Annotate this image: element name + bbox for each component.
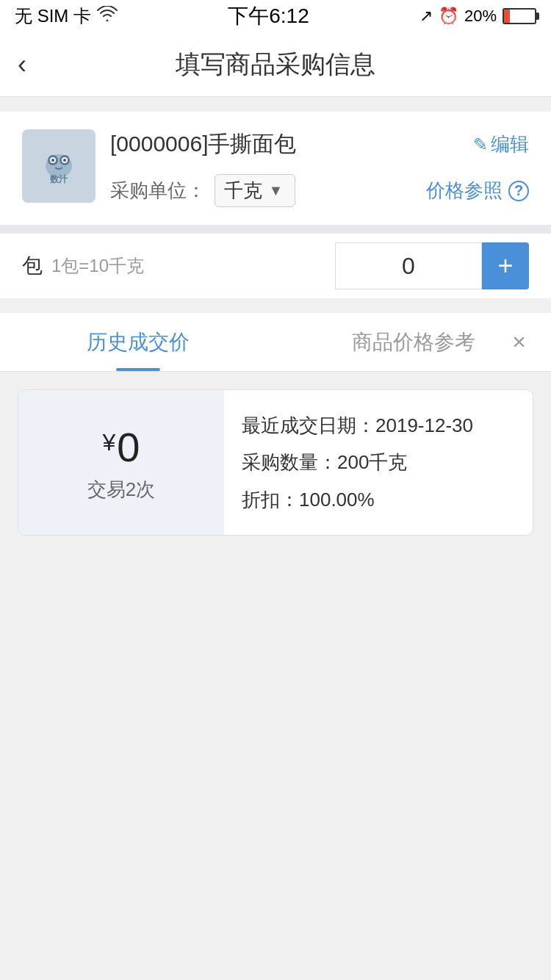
unit-info: 包 1包=10千克 bbox=[22, 252, 144, 280]
section-divider bbox=[0, 225, 551, 234]
battery-pct: 20% bbox=[464, 7, 497, 26]
quantity-row: 包 1包=10千克 0 + bbox=[0, 234, 551, 298]
product-unit-row: 采购单位： 千克 ▼ 价格参照 ? bbox=[110, 174, 529, 207]
tab-product-price-ref-label: 商品价格参考 bbox=[352, 328, 475, 356]
location-icon: ↗ bbox=[419, 7, 433, 26]
page-title: 填写商品采购信息 bbox=[176, 48, 375, 82]
tab-bar: 历史成交价 商品价格参考 × bbox=[0, 313, 551, 372]
carrier-label: 无 SIM 卡 bbox=[15, 4, 91, 28]
edit-icon: ✎ bbox=[473, 134, 488, 155]
unit-selector-group: 采购单位： 千克 ▼ bbox=[110, 174, 295, 207]
detail-date-label: 最近成交日期： bbox=[242, 414, 375, 436]
status-left: 无 SIM 卡 bbox=[15, 4, 118, 28]
detail-row-discount: 折扣：100.00% bbox=[242, 486, 515, 513]
unit-value: 千克 bbox=[224, 178, 262, 203]
product-info: [0000006]手撕面包 ✎ 编辑 采购单位： 千克 ▼ 价格参照 ? bbox=[110, 129, 529, 207]
product-thumbnail: 数汁 bbox=[22, 129, 96, 203]
price-ref-label: 价格参照 bbox=[426, 178, 503, 203]
edit-label: 编辑 bbox=[491, 131, 529, 157]
detail-row-date: 最近成交日期：2019-12-30 bbox=[242, 412, 515, 439]
detail-discount-label: 折扣： bbox=[242, 489, 299, 511]
wifi-icon bbox=[97, 6, 118, 26]
help-icon: ? bbox=[508, 181, 529, 201]
detail-quantity-value: 200千克 bbox=[337, 451, 407, 473]
quantity-plus-button[interactable]: + bbox=[482, 242, 529, 289]
unit-conversion: 1包=10千克 bbox=[51, 254, 144, 278]
tab-active-indicator bbox=[116, 368, 160, 371]
unit-prefix: 采购单位： bbox=[110, 179, 206, 201]
price-card: ¥ 0 交易2次 最近成交日期：2019-12-30 采购数量：200千克 折扣… bbox=[18, 389, 533, 536]
tab-history-price[interactable]: 历史成交价 bbox=[0, 313, 276, 371]
product-header: [0000006]手撕面包 ✎ 编辑 bbox=[110, 129, 529, 159]
price-value: 0 bbox=[117, 423, 140, 471]
tab-close-button[interactable]: × bbox=[505, 321, 533, 363]
price-card-right: 最近成交日期：2019-12-30 采购数量：200千克 折扣：100.00% bbox=[224, 390, 533, 535]
svg-point-6 bbox=[63, 159, 66, 162]
currency-symbol: ¥ bbox=[103, 429, 116, 456]
product-logo-icon: 数汁 bbox=[37, 141, 81, 192]
nav-bar: ‹ 填写商品采购信息 bbox=[0, 32, 551, 97]
battery-icon bbox=[503, 8, 536, 24]
detail-quantity-label: 采购数量： bbox=[242, 451, 337, 473]
product-name: [0000006]手撕面包 bbox=[110, 129, 296, 159]
price-amount: ¥ 0 bbox=[103, 423, 140, 471]
unit-select-dropdown[interactable]: 千克 ▼ bbox=[215, 174, 295, 207]
transaction-count: 交易2次 bbox=[87, 477, 155, 502]
status-bar: 无 SIM 卡 下午6:12 ↗ ⏰ 20% bbox=[0, 0, 551, 32]
status-right: ↗ ⏰ 20% bbox=[419, 7, 536, 26]
svg-point-5 bbox=[51, 159, 54, 162]
product-card: 数汁 [0000006]手撕面包 ✎ 编辑 采购单位： 千克 ▼ 价格参照 ? bbox=[0, 112, 551, 225]
tab-history-price-label: 历史成交价 bbox=[87, 328, 190, 356]
price-reference-button[interactable]: 价格参照 ? bbox=[426, 178, 529, 203]
price-card-left: ¥ 0 交易2次 bbox=[18, 390, 224, 535]
back-button[interactable]: ‹ bbox=[18, 49, 26, 80]
quantity-controls: 0 + bbox=[335, 242, 529, 289]
detail-discount-value: 100.00% bbox=[299, 489, 375, 511]
svg-text:数汁: 数汁 bbox=[49, 174, 68, 184]
edit-button[interactable]: ✎ 编辑 bbox=[473, 131, 529, 157]
quantity-value: 0 bbox=[402, 253, 415, 280]
content-area: ¥ 0 交易2次 最近成交日期：2019-12-30 采购数量：200千克 折扣… bbox=[0, 372, 551, 666]
quantity-input[interactable]: 0 bbox=[335, 242, 482, 289]
status-time: 下午6:12 bbox=[228, 2, 309, 30]
alarm-icon: ⏰ bbox=[439, 7, 458, 26]
detail-row-quantity: 采购数量：200千克 bbox=[242, 449, 515, 475]
unit-name: 包 bbox=[22, 252, 43, 280]
dropdown-arrow-icon: ▼ bbox=[268, 182, 283, 199]
detail-date-value: 2019-12-30 bbox=[375, 414, 473, 436]
